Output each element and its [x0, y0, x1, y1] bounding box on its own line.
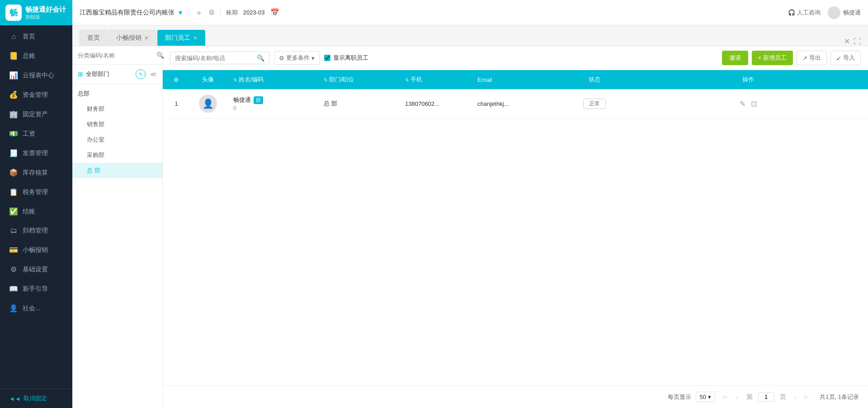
cell-status: 正常: [561, 89, 628, 119]
dept-tree: 总部 财务部 销售部 办公室 采购部 总 部: [72, 84, 162, 408]
sidebar-item-reports[interactable]: 📊 云报表中心: [0, 66, 72, 85]
tabbar-controls: ✕ ⛶: [844, 37, 861, 46]
expand-tab-icon[interactable]: ⛶: [854, 38, 861, 46]
sidebar-item-salary[interactable]: 💵 工资: [0, 124, 72, 143]
filter-icon: ⚙: [279, 55, 284, 62]
page-first-button[interactable]: ⊨: [720, 393, 731, 402]
tab-expense-close[interactable]: ✕: [144, 35, 149, 41]
show-resigned-checkbox-label[interactable]: 显示离职员工: [324, 54, 368, 62]
page-prev-button[interactable]: ‹: [733, 393, 741, 402]
dept-item-finance[interactable]: 财务部: [72, 101, 162, 117]
service-button[interactable]: 🎧 人工咨询: [788, 9, 821, 17]
sidebar-item-tax[interactable]: 📋 税务管理: [0, 182, 72, 202]
sidebar-item-home[interactable]: ⌂ 首页: [0, 27, 72, 46]
sidebar-item-checkout[interactable]: ✅ 结账: [0, 202, 72, 221]
sort-dept-icon: ⇅: [324, 77, 327, 82]
page-size-label: 每页显示: [668, 393, 691, 401]
export-button[interactable]: ↗ 导出: [797, 51, 827, 65]
add-company-icon[interactable]: ＋: [195, 7, 203, 18]
sort-name-icon: ⇅: [233, 77, 237, 82]
sort-phone-icon: ⇅: [405, 77, 409, 82]
import-button[interactable]: ↙ 导入: [830, 51, 861, 65]
employee-table: ⚙ 头像 ⇅ 姓名/编码 ⇅ 部门/职位: [163, 70, 868, 119]
sidebar-item-account[interactable]: 👤 社会...: [0, 299, 72, 318]
import-icon: ↙: [836, 55, 841, 62]
headset-icon: 🎧: [788, 9, 795, 16]
sidebar-item-invoice[interactable]: 🧾 发票管理: [0, 143, 72, 163]
emp-name-row: 畅捷通 部: [233, 96, 309, 104]
sidebar-item-assets[interactable]: 🏢 固定资产: [0, 104, 72, 124]
employee-search-box: 🔍: [170, 52, 269, 64]
cell-no: 1: [163, 89, 190, 119]
logo-title: 畅捷通好会计: [25, 5, 66, 14]
dept-collapse-icon[interactable]: ≪: [150, 71, 157, 78]
reports-icon: 📊: [9, 71, 18, 80]
col-header-phone[interactable]: ⇅ 手机: [398, 70, 470, 89]
col-header-email: Email: [470, 70, 561, 89]
period-calendar-icon[interactable]: 📅: [270, 8, 279, 17]
tab-expense[interactable]: 小畅报销 ✕: [108, 30, 156, 46]
close-tab-icon[interactable]: ✕: [844, 37, 850, 46]
col-header-action: 操作: [628, 70, 868, 89]
sidebar-item-funds[interactable]: 💰 资金管理: [0, 85, 72, 104]
topbar-divider1: [189, 8, 189, 17]
show-resigned-label: 显示离职员工: [333, 54, 368, 62]
assets-icon: 🏢: [9, 110, 18, 119]
funds-icon: 💰: [9, 90, 18, 99]
invite-button[interactable]: 邀请: [722, 51, 748, 65]
sidebar-label-guide: 新手引导: [23, 285, 48, 293]
dept-item-general[interactable]: 总 部: [72, 163, 162, 178]
company-selector[interactable]: 江西服宝精品有限责任公司内账张 ▼: [80, 9, 184, 17]
expense-icon: 💳: [9, 246, 18, 254]
sidebar-item-archive[interactable]: 🗂 归档管理: [0, 221, 72, 240]
user-menu[interactable]: 畅捷通: [828, 6, 861, 19]
sidebar-label-funds: 资金管理: [23, 91, 48, 99]
page-total-info: 共1页, 1条记录: [820, 393, 859, 401]
page-next-button[interactable]: ›: [792, 393, 799, 402]
period-value: 2023-03: [243, 9, 265, 16]
dept-item-office[interactable]: 办公室: [72, 132, 162, 147]
dept-grid-icon: ⊞: [78, 71, 83, 78]
add-employee-button[interactable]: + 新增员工: [752, 51, 793, 65]
dept-edit-button[interactable]: ✎: [136, 69, 146, 79]
col-header-settings[interactable]: ⚙: [163, 70, 190, 89]
service-label: 人工咨询: [797, 9, 821, 17]
edit-employee-button[interactable]: ✎: [740, 100, 745, 108]
sidebar-pin-toggle[interactable]: ◄◄ 取消固定: [0, 389, 72, 408]
sidebar-item-ledger[interactable]: 📒 总账: [0, 46, 72, 66]
export-icon: ↗: [802, 55, 807, 62]
col-header-status: 状态: [561, 70, 628, 89]
sidebar-item-settings[interactable]: ⚙ 基础设置: [0, 260, 72, 279]
dept-all-label: 全部部门: [86, 70, 133, 78]
period-label: 账期: [226, 9, 238, 17]
company-settings-icon[interactable]: ⚙: [208, 8, 215, 17]
employee-search-icon[interactable]: 🔍: [257, 54, 264, 62]
sidebar-item-inventory[interactable]: 📦 库存核算: [0, 163, 72, 182]
tab-home[interactable]: 首页: [80, 30, 108, 46]
emp-name: 畅捷通: [233, 96, 251, 104]
employee-search-input[interactable]: [175, 55, 254, 62]
col-header-name[interactable]: ⇅ 姓名/编码: [226, 70, 316, 89]
dept-item-purchasing[interactable]: 采购部: [72, 147, 162, 163]
right-panel: 🔍 ⚙ 更多条件 ▾ 显示离职员工 邀请 + 新增员工: [163, 46, 868, 408]
logo-icon: 畅: [5, 5, 22, 21]
logo-sub: 旗舰版: [25, 14, 66, 20]
dept-item-sales[interactable]: 销售部: [72, 117, 162, 132]
sidebar-item-expense[interactable]: 💳 小畅报销: [0, 240, 72, 260]
page-last-button[interactable]: ⊩: [802, 393, 812, 402]
page-input[interactable]: [758, 392, 774, 402]
filter-button[interactable]: ⚙ 更多条件 ▾: [274, 51, 320, 65]
dept-item-finance-label: 财务部: [87, 105, 104, 113]
tab-employees[interactable]: 部门员工 ✕: [157, 30, 205, 46]
settings-icon: ⚙: [9, 265, 18, 274]
checkout-icon: ✅: [9, 207, 18, 216]
dept-search-input[interactable]: [78, 52, 154, 59]
emp-phone: 138070602...: [405, 100, 439, 107]
sidebar-item-guide[interactable]: 📖 新手引导: [0, 279, 72, 299]
inventory-icon: 📦: [9, 168, 18, 177]
page-size-select[interactable]: 50 ▾: [696, 392, 715, 402]
show-resigned-checkbox[interactable]: [324, 55, 330, 61]
col-header-dept[interactable]: ⇅ 部门/职位: [316, 70, 398, 89]
delete-employee-button[interactable]: ⊡: [751, 100, 757, 108]
tab-employees-close[interactable]: ✕: [193, 35, 198, 41]
